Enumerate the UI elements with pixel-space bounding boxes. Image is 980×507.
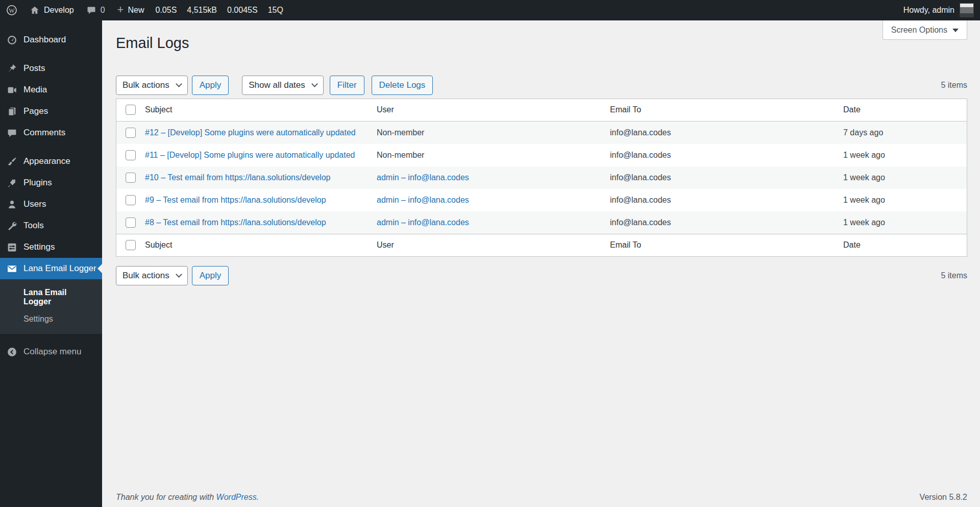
submenu-item-settings[interactable]: Settings xyxy=(0,310,102,328)
bulk-actions-select[interactable]: Bulk actions xyxy=(116,266,188,285)
sidebar-item-comments[interactable]: Comments xyxy=(0,122,102,143)
column-header-email-to: Email To xyxy=(610,105,843,114)
sidebar-item-users[interactable]: Users xyxy=(0,194,102,215)
sidebar-item-posts[interactable]: Posts xyxy=(0,58,102,79)
select-all-checkbox[interactable] xyxy=(126,105,136,115)
column-header-user: User xyxy=(377,240,610,250)
media-icon xyxy=(7,85,17,95)
table-header-row: Subject User Email To Date xyxy=(116,99,967,122)
sidebar-item-label: Posts xyxy=(23,63,45,74)
screen-options-button[interactable]: Screen Options xyxy=(883,20,967,40)
user-cell: Non-member xyxy=(377,151,610,160)
table-row: #9 – Test email from https://lana.soluti… xyxy=(116,189,967,211)
stat-query-time: 0.0045S xyxy=(227,6,258,15)
home-icon xyxy=(30,5,40,15)
date-cell: 7 days ago xyxy=(843,128,967,137)
date-cell: 1 week ago xyxy=(843,173,967,182)
row-checkbox[interactable] xyxy=(126,128,136,138)
sidebar-item-label: Dashboard xyxy=(23,35,66,45)
sidebar-item-dashboard[interactable]: Dashboard xyxy=(0,29,102,51)
pages-icon xyxy=(7,106,17,117)
user-cell: Non-member xyxy=(377,128,610,137)
email-to-cell: info@lana.codes xyxy=(610,196,843,205)
apply-button[interactable]: Apply xyxy=(192,266,229,285)
sidebar-item-label: Pages xyxy=(23,106,48,116)
chevron-down-icon xyxy=(176,81,182,87)
chevron-down-icon xyxy=(311,81,318,87)
new-label: New xyxy=(128,6,144,15)
items-count: 5 items xyxy=(941,81,967,90)
new-content-button[interactable]: + New xyxy=(111,0,151,20)
email-logger-submenu: Lana Email Logger Settings xyxy=(0,279,102,334)
submenu-item-lana-email-logger[interactable]: Lana Email Logger xyxy=(0,284,102,310)
subject-link[interactable]: #12 – [Develop] Some plugins were automa… xyxy=(145,128,356,137)
column-header-user: User xyxy=(377,105,610,114)
sidebar-item-label: Users xyxy=(23,199,46,209)
site-name-link[interactable]: Develop xyxy=(23,0,80,20)
site-name-label: Develop xyxy=(44,6,74,15)
table-row: #11 – [Develop] Some plugins were automa… xyxy=(116,144,967,166)
version-label: Version 5.8.2 xyxy=(920,493,967,502)
comments-shortcut[interactable]: 0 xyxy=(80,0,111,20)
collapse-icon xyxy=(7,347,17,357)
stat-memory: 4,515kB xyxy=(187,6,217,15)
sidebar-item-label: Media xyxy=(23,85,47,95)
bulk-actions-label: Bulk actions xyxy=(122,271,169,281)
user-link[interactable]: admin – info@lana.codes xyxy=(377,196,469,204)
chevron-down-icon xyxy=(952,29,959,32)
date-filter-select[interactable]: Show all dates xyxy=(242,76,324,95)
apply-button[interactable]: Apply xyxy=(192,76,229,95)
filter-button[interactable]: Filter xyxy=(330,76,364,95)
column-header-email-to: Email To xyxy=(610,240,843,250)
wordpress-link[interactable]: WordPress xyxy=(216,493,257,501)
sidebar-item-appearance[interactable]: Appearance xyxy=(0,151,102,172)
admin-sidebar: Dashboard Posts Media Pages Comments xyxy=(0,20,102,507)
row-checkbox[interactable] xyxy=(126,173,136,183)
avatar xyxy=(960,3,974,17)
admin-footer: Thank you for creating with WordPress. V… xyxy=(116,493,967,502)
user-link[interactable]: admin – info@lana.codes xyxy=(377,218,469,227)
admin-bar: W Develop 0 + New 0.05S 4,515 xyxy=(0,0,980,20)
date-filter-label: Show all dates xyxy=(249,80,305,90)
row-checkbox[interactable] xyxy=(126,150,136,160)
sidebar-item-label: Appearance xyxy=(23,156,70,166)
sidebar-item-label: Settings xyxy=(23,242,55,252)
sidebar-item-settings[interactable]: Settings xyxy=(0,236,102,258)
stat-query-count: 15Q xyxy=(268,6,283,15)
comments-bubble-icon xyxy=(86,5,96,15)
sidebar-item-label: Lana Email Logger xyxy=(23,263,96,274)
comments-icon xyxy=(7,128,17,138)
users-icon xyxy=(7,199,17,210)
table-row: #10 – Test email from https://lana.solut… xyxy=(116,166,967,189)
account-menu[interactable]: Howdy, admin xyxy=(897,0,980,20)
sidebar-item-pages[interactable]: Pages xyxy=(0,101,102,122)
delete-logs-button[interactable]: Delete Logs xyxy=(372,76,433,95)
posts-icon xyxy=(7,63,17,74)
page-title: Email Logs xyxy=(116,34,967,53)
wordpress-menu-button[interactable]: W xyxy=(0,0,23,20)
subject-link[interactable]: #10 – Test email from https://lana.solut… xyxy=(145,173,330,182)
sidebar-item-tools[interactable]: Tools xyxy=(0,215,102,236)
row-checkbox[interactable] xyxy=(126,195,136,205)
sidebar-item-media[interactable]: Media xyxy=(0,79,102,101)
footer-thanks-prefix: Thank you for creating with xyxy=(116,493,216,501)
sidebar-item-lana-email-logger[interactable]: Lana Email Logger xyxy=(0,258,102,279)
sidebar-item-plugins[interactable]: Plugins xyxy=(0,172,102,194)
subject-link[interactable]: #11 – [Develop] Some plugins were automa… xyxy=(145,151,355,159)
svg-text:W: W xyxy=(9,7,15,14)
subject-link[interactable]: #9 – Test email from https://lana.soluti… xyxy=(145,196,326,204)
user-link[interactable]: admin – info@lana.codes xyxy=(377,173,469,182)
select-all-checkbox[interactable] xyxy=(126,240,136,250)
main-content: Screen Options Email Logs Bulk actions A… xyxy=(102,20,980,507)
date-cell: 1 week ago xyxy=(843,196,967,205)
email-to-cell: info@lana.codes xyxy=(610,173,843,182)
bulk-actions-select[interactable]: Bulk actions xyxy=(116,76,188,95)
performance-stats: 0.05S 4,515kB 0.0045S 15Q xyxy=(150,6,288,15)
row-checkbox[interactable] xyxy=(126,218,136,228)
email-logger-icon xyxy=(7,263,17,274)
column-header-date: Date xyxy=(843,105,967,114)
top-toolbar: Bulk actions Apply Show all dates Filter… xyxy=(116,76,967,95)
plugins-icon xyxy=(7,178,17,188)
subject-link[interactable]: #8 – Test email from https://lana.soluti… xyxy=(145,218,326,227)
collapse-menu-button[interactable]: Collapse menu xyxy=(0,341,102,363)
